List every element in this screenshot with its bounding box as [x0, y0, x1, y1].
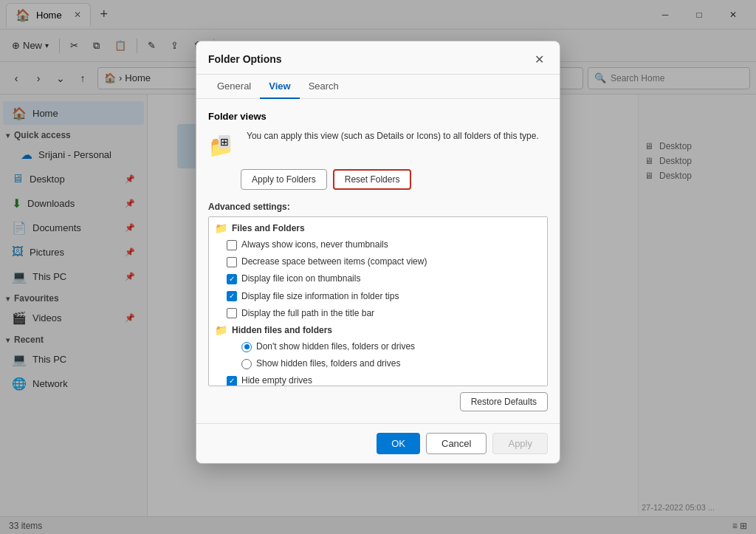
- apply-button: Apply: [492, 433, 548, 454]
- adv-list-inner: 📁 Files and Folders Always show icons, n…: [209, 217, 547, 386]
- label-show-hidden: Show hidden files, folders and drives: [256, 357, 400, 371]
- folder-views-text: You can apply this view (such as Details…: [247, 129, 548, 143]
- label-dont-show: Don't show hidden files, folders or driv…: [256, 340, 415, 354]
- cb-compact[interactable]: [227, 257, 237, 267]
- folder-views-section: Folder views 📁 ⊞ You can apply this view…: [208, 111, 548, 190]
- restore-btn-row: Restore Defaults: [208, 392, 548, 411]
- cb-always-icons[interactable]: [227, 240, 237, 250]
- group-folder-icon: 📁: [215, 222, 227, 234]
- rb-dont-show[interactable]: [241, 342, 252, 352]
- cb-full-path[interactable]: [227, 308, 237, 318]
- folder-options-dialog: Folder Options ✕ General View Search: [196, 41, 560, 464]
- setting-dont-show-hidden[interactable]: Don't show hidden files, folders or driv…: [209, 338, 547, 355]
- cb-file-size[interactable]: ✓: [227, 291, 237, 301]
- dialog-close-button[interactable]: ✕: [530, 50, 548, 68]
- reset-folders-button[interactable]: Reset Folders: [333, 169, 412, 190]
- folder-views-header: Folder views: [208, 111, 548, 122]
- ok-button[interactable]: OK: [377, 433, 420, 454]
- setting-hide-empty-drives[interactable]: ✓ Hide empty drives: [209, 372, 547, 386]
- setting-file-icon-thumbnails[interactable]: ✓ Display file icon on thumbnails: [209, 270, 547, 287]
- setting-show-hidden[interactable]: Show hidden files, folders and drives: [209, 355, 547, 372]
- setting-always-show-icons[interactable]: Always show icons, never thumbnails: [209, 236, 547, 253]
- tab-general[interactable]: General: [208, 75, 260, 99]
- cb-file-icon[interactable]: ✓: [227, 274, 237, 284]
- dialog-body: Folder views 📁 ⊞ You can apply this view…: [196, 99, 560, 423]
- group-hidden-files: 📁 Hidden files and folders: [209, 322, 547, 338]
- advanced-settings-section: Advanced settings: 📁 Files and Folders A…: [208, 202, 548, 411]
- rb-show-hidden[interactable]: [241, 359, 252, 369]
- folder-views-buttons: Apply to Folders Reset Folders: [208, 169, 548, 190]
- cancel-button[interactable]: Cancel: [426, 433, 487, 454]
- restore-defaults-button[interactable]: Restore Defaults: [460, 392, 548, 411]
- group-label-files: Files and Folders: [232, 223, 305, 233]
- group-hidden-icon: 📁: [215, 324, 227, 336]
- tab-search[interactable]: Search: [300, 75, 348, 99]
- group-files-folders: 📁 Files and Folders: [209, 220, 547, 236]
- advanced-label: Advanced settings:: [208, 202, 548, 212]
- cb-empty-drives[interactable]: ✓: [227, 376, 237, 386]
- label-full-path: Display the full path in the title bar: [241, 307, 374, 321]
- label-empty-drives: Hide empty drives: [241, 374, 312, 386]
- advanced-list[interactable]: 📁 Files and Folders Always show icons, n…: [208, 216, 548, 386]
- apply-to-folders-button[interactable]: Apply to Folders: [241, 169, 327, 190]
- label-file-size: Display file size information in folder …: [241, 290, 399, 304]
- dialog-title: Folder Options: [208, 53, 282, 65]
- dialog-title-bar: Folder Options ✕: [196, 41, 560, 75]
- dialog-footer: OK Cancel Apply: [196, 423, 560, 463]
- dialog-tabs: General View Search: [196, 75, 560, 99]
- setting-file-size-info[interactable]: ✓ Display file size information in folde…: [209, 288, 547, 305]
- setting-full-path[interactable]: Display the full path in the title bar: [209, 305, 547, 322]
- tab-view[interactable]: View: [260, 75, 299, 99]
- label-file-icon: Display file icon on thumbnails: [241, 272, 360, 286]
- modal-overlay: Folder Options ✕ General View Search: [0, 0, 756, 534]
- folder-thumbnail-icon: 📁 ⊞: [208, 129, 238, 160]
- label-compact: Decrease space between items (compact vi…: [241, 255, 427, 269]
- window-frame: 🏠 Home ✕ + ─ □ ✕ ⊕ New ▾ ✂ ⧉ 📋: [0, 0, 756, 534]
- folder-views-content: 📁 ⊞ You can apply this view (such as Det…: [208, 129, 548, 160]
- label-always-icons: Always show icons, never thumbnails: [241, 238, 388, 252]
- setting-compact-view[interactable]: Decrease space between items (compact vi…: [209, 253, 547, 270]
- group-label-hidden: Hidden files and folders: [232, 325, 332, 335]
